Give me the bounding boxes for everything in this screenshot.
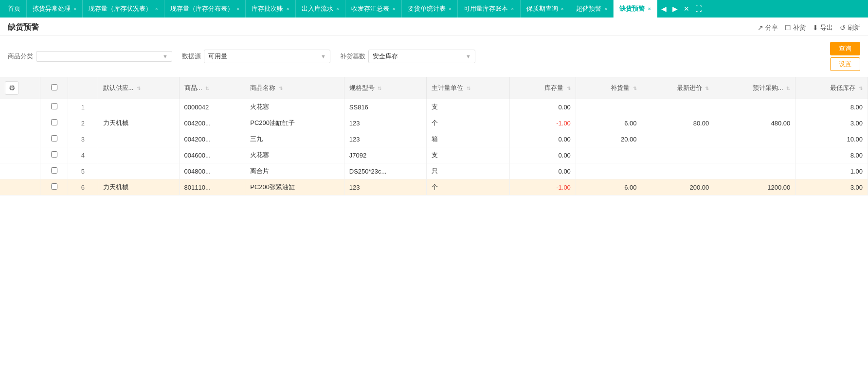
row-name-cell: 火花塞 [245, 147, 344, 163]
tab-close-inventory-dist[interactable]: × [236, 6, 239, 12]
replenish-button[interactable]: ☐ 补货 [785, 23, 806, 32]
tab-close-inout-flow[interactable]: × [336, 6, 339, 12]
row-unit-cell: 个 [427, 115, 510, 131]
row-supplier-cell [98, 163, 179, 179]
row-stock-cell: -1.00 [510, 115, 576, 131]
tab-inout-flow[interactable]: 出入库流水 × [296, 0, 345, 18]
row-code-cell: 801110... [179, 179, 245, 195]
replenish-base-select[interactable]: 安全库存 ▼ [368, 50, 475, 63]
row-gear-cell [0, 131, 40, 147]
table-row: 4 004600... 火花塞 J7092 支 0.00 8.00 [0, 147, 868, 163]
tab-close-order-stat[interactable]: × [449, 6, 452, 12]
tab-close-refine[interactable]: × [73, 6, 76, 12]
row-min-stock-cell: 10.00 [796, 131, 868, 147]
replenish-base-label: 补货基数 [340, 52, 365, 61]
col-header-code[interactable]: 商品... ⇅ [179, 77, 245, 99]
row-unit-cell: 支 [427, 147, 510, 163]
tab-shortage[interactable]: 缺货预警 × [614, 0, 657, 18]
tab-home[interactable]: 首页 [2, 0, 27, 18]
tab-close-batch-account[interactable]: × [286, 6, 289, 12]
tab-close-receive-summary[interactable]: × [392, 6, 395, 12]
row-spec-cell: DS250*23c... [344, 163, 427, 179]
row-checkbox[interactable] [51, 151, 57, 158]
page-title: 缺货预警 [8, 22, 39, 33]
row-unit-cell: 支 [427, 99, 510, 115]
tab-close-available-ledger[interactable]: × [511, 6, 514, 12]
export-button[interactable]: ⬇ 导出 [813, 23, 833, 32]
gear-button[interactable]: ⚙ [5, 81, 18, 95]
tab-receive-summary[interactable]: 收发存汇总表 × [345, 0, 401, 18]
filter-category-group: 商品分类 ▼ [8, 51, 172, 62]
row-gear-cell [0, 99, 40, 115]
row-name-cell: 离合片 [245, 163, 344, 179]
row-num-cell: 5 [68, 163, 98, 179]
row-supplier-cell: 力天机械 [98, 179, 179, 195]
row-checkbox[interactable] [51, 135, 57, 141]
tab-refine[interactable]: 拣货异常处理 × [27, 0, 83, 18]
col-header-name[interactable]: 商品名称 ⇅ [245, 77, 344, 99]
row-replenish-cell [576, 163, 642, 179]
row-checkbox-cell [40, 115, 68, 131]
tab-close-all-button[interactable]: ✕ [681, 4, 692, 14]
datasource-select[interactable]: 可用量 ▼ [204, 50, 330, 63]
row-unit-cell: 箱 [427, 131, 510, 147]
row-checkbox[interactable] [51, 183, 57, 190]
col-header-spec[interactable]: 规格型号 ⇅ [344, 77, 427, 99]
col-header-est-purchase[interactable]: 预计采购... ⇅ [714, 77, 796, 99]
row-code-cell: 004200... [179, 115, 245, 131]
datasource-value: 可用量 [208, 52, 227, 61]
col-header-latest-price[interactable]: 最新进价 ⇅ [642, 77, 714, 99]
col-header-supplier[interactable]: 默认供应... ⇅ [98, 77, 179, 99]
row-gear-cell [0, 115, 40, 131]
replenish-base-chevron-icon: ▼ [466, 53, 471, 59]
tab-next-button[interactable]: ▶ [669, 4, 681, 14]
tab-close-shortage[interactable]: × [648, 6, 651, 12]
table-header-row: ⚙ 默认供应... ⇅ 商品... ⇅ 商品名称 [0, 77, 868, 99]
col-header-stock[interactable]: 库存量 ⇅ [510, 77, 576, 99]
tab-close-inventory-status[interactable]: × [155, 6, 158, 12]
row-code-cell: 004800... [179, 163, 245, 179]
tab-available-ledger[interactable]: 可用量库存账本 × [458, 0, 520, 18]
row-gear-cell [0, 179, 40, 195]
row-unit-cell: 个 [427, 179, 510, 195]
row-latest-price-cell [642, 131, 714, 147]
category-select[interactable]: ▼ [36, 51, 172, 62]
row-checkbox[interactable] [51, 103, 57, 109]
tab-prev-button[interactable]: ◀ [658, 4, 669, 14]
code-sort-icon: ⇅ [205, 86, 209, 91]
tab-batch-account[interactable]: 库存批次账 × [246, 0, 295, 18]
filter-actions: 查询 设置 [830, 42, 860, 71]
est-purchase-sort-icon: ⇅ [786, 86, 790, 91]
row-stock-cell: 0.00 [510, 99, 576, 115]
row-min-stock-cell: 8.00 [796, 147, 868, 163]
query-button[interactable]: 查询 [830, 42, 860, 55]
col-header-unit[interactable]: 主计量单位 ⇅ [427, 77, 510, 99]
share-button[interactable]: ↗ 分享 [758, 23, 778, 32]
tab-order-stat[interactable]: 要货单统计表 × [402, 0, 458, 18]
settings-button[interactable]: 设置 [830, 57, 860, 71]
tab-inventory-status[interactable]: 现存量（库存状况表） × [83, 0, 164, 18]
row-num-cell: 3 [68, 131, 98, 147]
tab-overstock[interactable]: 超储预警 × [570, 0, 614, 18]
table-body: 1 0000042 火花塞 SS816 支 0.00 8.00 2 力天机械 0… [0, 99, 868, 195]
refresh-button[interactable]: ↺ 刷新 [840, 23, 860, 32]
tab-close-overstock[interactable]: × [604, 6, 607, 12]
select-all-checkbox[interactable] [51, 84, 57, 90]
datasource-chevron-icon: ▼ [321, 53, 326, 59]
tab-expiry-query[interactable]: 保质期查询 × [521, 0, 570, 18]
refresh-icon: ↺ [840, 24, 846, 32]
filter-replenish-base-group: 补货基数 安全库存 ▼ [340, 50, 475, 63]
spec-sort-icon: ⇅ [378, 86, 381, 91]
tab-fullscreen-button[interactable]: ⛶ [692, 4, 705, 14]
row-spec-cell: SS816 [344, 99, 427, 115]
tab-inventory-dist[interactable]: 现存量（库存分布表） × [164, 0, 246, 18]
row-checkbox[interactable] [51, 167, 57, 174]
col-header-replenish[interactable]: 补货量 ⇅ [576, 77, 642, 99]
row-latest-price-cell [642, 99, 714, 115]
row-checkbox[interactable] [51, 119, 57, 125]
row-min-stock-cell: 3.00 [796, 115, 868, 131]
latest-price-sort-icon: ⇅ [705, 86, 709, 91]
tab-close-expiry-query[interactable]: × [561, 6, 564, 12]
row-min-stock-cell: 1.00 [796, 163, 868, 179]
col-header-min-stock[interactable]: 最低库存 ⇅ [796, 77, 868, 99]
